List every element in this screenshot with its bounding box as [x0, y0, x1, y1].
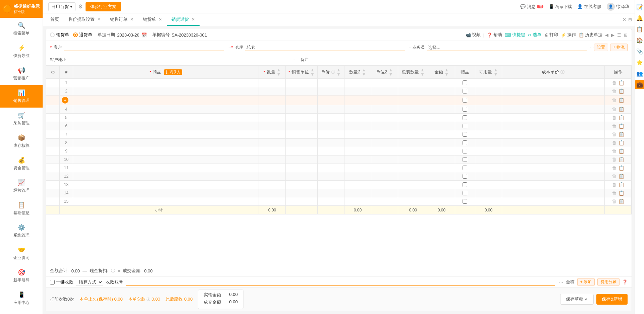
qty-cell-14[interactable] — [259, 189, 285, 197]
sales-unit-cell-11[interactable] — [285, 164, 317, 172]
pack-qty-cell-15[interactable] — [398, 197, 428, 206]
product-cell-6[interactable] — [73, 122, 259, 130]
copy-icon-11[interactable]: 📋 — [619, 165, 624, 171]
amount-cell-1[interactable] — [428, 79, 455, 87]
cost-price-cell-9[interactable] — [502, 147, 604, 155]
amount-cell-15[interactable] — [428, 197, 455, 206]
tab-sales-order-close[interactable]: ✕ — [130, 17, 133, 22]
pack-qty-cell-1[interactable] — [398, 79, 428, 87]
unit-price-info-icon[interactable]: ⓘ — [331, 69, 335, 75]
product-input-3[interactable] — [75, 98, 257, 103]
tab-price-settings[interactable]: 售价提取设置 ✕ — [64, 14, 105, 26]
calc-method-select[interactable]: 结算方式 — [76, 278, 103, 286]
product-cell-9[interactable] — [73, 147, 259, 155]
qty2-cell-10[interactable] — [344, 155, 371, 164]
rs-btn-8[interactable]: 💼 — [635, 80, 644, 89]
sales-unit-cell-8[interactable] — [285, 139, 317, 147]
copy-icon-4[interactable]: 📋 — [619, 107, 624, 112]
tab-sales-delivery[interactable]: 销货单 ✕ — [138, 14, 167, 26]
unit2-cell-12[interactable] — [371, 172, 398, 181]
product-cell-4[interactable] — [73, 105, 259, 114]
cost-price-cell-6[interactable] — [502, 122, 604, 130]
qty-cell-6[interactable] — [259, 122, 285, 130]
print-btn[interactable]: 🖨 打印 — [544, 32, 558, 38]
qty-cell-9[interactable] — [259, 147, 285, 155]
copy-icon-12[interactable]: 📋 — [619, 174, 624, 179]
warehouse-input[interactable] — [245, 44, 406, 51]
qty-cell-2[interactable] — [259, 87, 285, 96]
available-cell-1[interactable] — [475, 79, 502, 87]
available-cell-7[interactable] — [475, 130, 502, 139]
available-cell-10[interactable] — [475, 155, 502, 164]
amount-cell-4[interactable] — [428, 105, 455, 114]
th-settings[interactable]: ⚙ — [46, 66, 60, 79]
gift-cell-5[interactable] — [455, 114, 475, 122]
product-cell-15[interactable] — [73, 197, 259, 206]
unit-price-cell-1[interactable] — [317, 79, 344, 87]
unit-price-cell-7[interactable] — [317, 130, 344, 139]
delete-icon-8[interactable]: 🗑 — [612, 140, 616, 145]
unit2-cell-14[interactable] — [371, 189, 398, 197]
qty2-cell-14[interactable] — [344, 189, 371, 197]
unit2-cell-2[interactable] — [371, 87, 398, 96]
available-cell-15[interactable] — [475, 197, 502, 206]
qty2-cell-3[interactable] — [344, 96, 371, 105]
warehouse-dots-btn[interactable]: ··· — [409, 45, 413, 50]
radio-return[interactable]: 退货单 — [73, 32, 92, 38]
save-new-btn[interactable]: 保存&新增 — [596, 294, 628, 305]
sales-unit-cell-6[interactable] — [285, 122, 317, 130]
cost-price-cell-2[interactable] — [502, 87, 604, 96]
pack-qty-cell-9[interactable] — [398, 147, 428, 155]
qty-cell-3[interactable] — [259, 96, 285, 105]
unit-price-cell-8[interactable] — [317, 139, 344, 147]
operate-btn[interactable]: ⚡ 操作 — [561, 32, 576, 38]
user-profile[interactable]: 👤 徐泽华 — [607, 3, 629, 11]
delete-icon-13[interactable]: 🗑 — [612, 182, 616, 187]
account-input[interactable] — [126, 279, 555, 286]
sidebar-item-marketing[interactable]: 📢 营销推广 — [0, 63, 43, 85]
copy-icon-6[interactable]: 📋 — [619, 123, 624, 129]
copy-icon-15[interactable]: 📋 — [619, 199, 624, 204]
unit-price-cell-15[interactable] — [317, 197, 344, 206]
window-expand-btn[interactable]: ⊞ — [628, 17, 632, 22]
cost-price-cell-4[interactable] — [502, 105, 604, 114]
amount-cell-9[interactable] — [428, 147, 455, 155]
qty2-cell-6[interactable] — [344, 122, 371, 130]
pack-qty-cell-2[interactable] — [398, 87, 428, 96]
unit-price-cell-4[interactable] — [317, 105, 344, 114]
amount-cell-2[interactable] — [428, 87, 455, 96]
sales-unit-cell-5[interactable] — [285, 114, 317, 122]
history-btn[interactable]: 📋 历史单据 — [579, 32, 602, 38]
unit-price-cell-10[interactable] — [317, 155, 344, 164]
video-btn[interactable]: 📹 视频 — [466, 32, 481, 38]
product-cell-1[interactable] — [73, 79, 259, 87]
gift-cell-11[interactable] — [455, 164, 475, 172]
pack-qty-cell-10[interactable] — [398, 155, 428, 164]
gift-cell-10[interactable] — [455, 155, 475, 164]
product-cell-3[interactable] — [73, 96, 259, 105]
discount-info-icon[interactable]: ⓘ — [111, 268, 115, 274]
unit2-cell-5[interactable] — [371, 114, 398, 122]
qty2-cell-4[interactable] — [344, 105, 371, 114]
unit-price-cell-5[interactable] — [317, 114, 344, 122]
unit-price-cell-11[interactable] — [317, 164, 344, 172]
gift-check-5[interactable] — [463, 115, 467, 120]
pack-qty-cell-3[interactable] — [398, 96, 428, 105]
amount-cell-6[interactable] — [428, 122, 455, 130]
qty-cell-4[interactable] — [259, 105, 285, 114]
sidebar-item-search-menu[interactable]: 🔍 搜索菜单 — [0, 18, 43, 40]
product-cell-5[interactable] — [73, 114, 259, 122]
staff-input[interactable] — [427, 44, 587, 51]
staff-dots-btn[interactable]: ··· — [590, 45, 594, 50]
account-dots-btn[interactable]: ··· — [559, 279, 563, 285]
delete-icon-14[interactable]: 🗑 — [612, 190, 616, 196]
available-cell-9[interactable] — [475, 147, 502, 155]
product-cell-8[interactable] — [73, 139, 259, 147]
window-close-btn[interactable]: ✕ — [623, 17, 626, 22]
copy-icon-9[interactable]: 📋 — [619, 148, 624, 154]
unit-price-cell-3[interactable] — [317, 96, 344, 105]
topbar-gear-icon[interactable]: ⚙ — [78, 3, 83, 10]
gift-check-1[interactable] — [463, 80, 467, 85]
qty2-cell-15[interactable] — [344, 197, 371, 206]
unit-price-cell-14[interactable] — [317, 189, 344, 197]
